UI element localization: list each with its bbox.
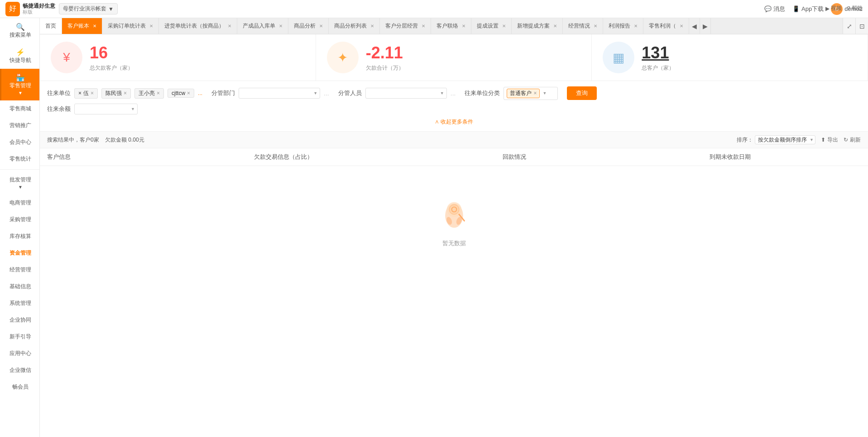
query-button[interactable]: 查询: [567, 86, 597, 100]
sidebar-item-marketing[interactable]: 营销推广: [0, 117, 39, 134]
tab-close-contact[interactable]: ✕: [462, 24, 465, 28]
balance-select[interactable]: [74, 104, 138, 114]
sort-select-wrap: 按欠款金额倒序排序: [755, 135, 815, 144]
tab-close-product[interactable]: ✕: [319, 24, 323, 28]
svg-point-2: [449, 204, 459, 214]
person-more-btn[interactable]: ...: [451, 90, 456, 97]
logo-area: 好 畅捷通好生意 标版: [5, 2, 55, 16]
sidebar-item-sys-mgmt[interactable]: 系统管理: [0, 295, 39, 312]
tab-prev-btn[interactable]: ◀: [689, 18, 700, 34]
tab-close-zero[interactable]: ✕: [680, 24, 683, 28]
filter-more-tags[interactable]: ...: [198, 90, 202, 96]
logo-icon: 好: [5, 2, 20, 16]
sidebar-item-wechat[interactable]: 企业微信: [0, 362, 39, 379]
top-bar: 好 畅捷通好生意 标版 母婴行业演示帐套 ▼ 💬 消息 📱 App下载 D de…: [0, 0, 868, 18]
tab-close-tier[interactable]: ✕: [422, 24, 425, 28]
messages-btn[interactable]: 💬 消息: [764, 5, 785, 13]
collapse-icon: ∧: [435, 119, 439, 125]
stat-label-1: 总欠款客户（家）: [90, 64, 133, 72]
export-btn[interactable]: ⬆ 导出: [821, 136, 838, 144]
col-debt-info: 欠款交易信息（占比）: [247, 148, 495, 166]
message-icon: 💬: [764, 5, 772, 12]
dept-more-btn[interactable]: ...: [324, 90, 329, 97]
sidebar-item-member2[interactable]: 畅会员: [0, 379, 39, 395]
tab-close-new-remind[interactable]: ✕: [553, 24, 557, 28]
tab-produce-in[interactable]: 产成品入库单 ✕: [237, 18, 288, 34]
sidebar-item-enterprise[interactable]: 企业协同: [0, 312, 39, 328]
sidebar-item-finance[interactable]: 资金管理: [0, 245, 39, 261]
tab-product-analysis-list[interactable]: 商品分析列表 ✕: [329, 18, 380, 34]
tab-import-stat[interactable]: 进货单统计表（按商品） ✕: [159, 18, 237, 34]
balance-label: 往来余额: [47, 105, 71, 113]
app-download-btn[interactable]: 📱 App下载: [792, 5, 824, 13]
tab-close-produce[interactable]: ✕: [279, 24, 283, 28]
stat-bg-icon-1: ¥: [51, 42, 82, 73]
sidebar-item-quick-nav[interactable]: ⚡ 快捷导航: [0, 43, 39, 69]
tab-account[interactable]: 客户账本 ✕: [62, 18, 102, 34]
stat-card-debt-total: ✦ -2.11 欠款合计（万）: [316, 34, 592, 81]
sidebar-item-search[interactable]: 🔍 搜索菜单: [0, 18, 39, 43]
sort-select[interactable]: 按欠款金额倒序排序: [755, 135, 815, 144]
filter-area: 往来单位 × 伍 × 陈民强 × 王小亮 × cjtt: [40, 81, 868, 132]
refresh-btn[interactable]: ↻ 刷新: [844, 136, 861, 144]
collapse-btn[interactable]: ∧ 收起更多条件: [435, 118, 473, 126]
sidebar-item-basic-info[interactable]: 基础信息: [0, 278, 39, 295]
unit-type-select[interactable]: 普通客户 × ▼: [504, 87, 558, 100]
empty-state: 暂无数据: [40, 166, 868, 275]
tab-new-remind[interactable]: 新增提成方案 ✕: [512, 18, 563, 34]
dept-select[interactable]: [239, 88, 320, 99]
stat-bg-icon-3: ▦: [603, 42, 634, 73]
unit-label: 往来单位: [47, 89, 71, 97]
tab-maximize-btn[interactable]: ⤢: [843, 18, 855, 34]
sidebar-item-retail-shop[interactable]: 零售商城: [0, 100, 39, 117]
tab-close-import[interactable]: ✕: [228, 24, 231, 28]
tab-operation[interactable]: 经营情况 ✕: [563, 18, 603, 34]
stat-value-1: 16: [90, 43, 133, 62]
tab-customer-tier[interactable]: 客户分层经营 ✕: [380, 18, 431, 34]
sidebar-item-purchase[interactable]: 采购管理: [0, 211, 39, 228]
tab-next-btn[interactable]: ▶: [700, 18, 711, 34]
stat-info-2: -2.11 欠款合计（万）: [366, 43, 404, 72]
content-area: ¥ 16 总欠款客户（家） ✦ -2.11 欠款合计（万） ▦: [40, 34, 868, 437]
tab-close-purchase[interactable]: ✕: [149, 24, 153, 28]
tab-close-profit[interactable]: ✕: [634, 24, 638, 28]
tab-close-account[interactable]: ✕: [93, 24, 96, 28]
balance-select-wrap: [74, 104, 138, 114]
sidebar-item-inventory[interactable]: 库存核算: [0, 228, 39, 245]
tab-home[interactable]: 首页: [40, 18, 62, 34]
empty-icon: [434, 193, 475, 234]
sidebar-item-app-center[interactable]: 应用中心: [0, 345, 39, 362]
tab-remind-settings[interactable]: 提成设置 ✕: [471, 18, 512, 34]
remove-tag-wu[interactable]: ×: [91, 90, 94, 96]
remove-tag-chen[interactable]: ×: [124, 90, 127, 96]
tab-profit-report[interactable]: 利润报告 ✕: [603, 18, 643, 34]
tab-close-remind[interactable]: ✕: [502, 24, 506, 28]
sidebar-item-ecommerce[interactable]: 电商管理: [0, 195, 39, 211]
tab-purchase-order[interactable]: 采购订单统计表 ✕: [102, 18, 159, 34]
remove-unit-type[interactable]: ×: [533, 90, 537, 96]
sidebar-item-retail-stats[interactable]: 零售统计: [0, 151, 39, 167]
refresh-icon: ↻: [844, 137, 848, 143]
col-repayment: 回款情况: [495, 148, 702, 166]
sidebar-item-batch-mgmt[interactable]: 批发管理 ▼: [0, 171, 39, 195]
sidebar-item-member[interactable]: 会员中心: [0, 134, 39, 151]
remove-tag-cjttcw[interactable]: ×: [187, 90, 190, 96]
stat-card-total-customers: ▦ 131 总客户（家）: [592, 34, 868, 81]
tab-close-product-list[interactable]: ✕: [370, 24, 374, 28]
workspace-selector[interactable]: 母婴行业演示帐套 ▼: [59, 3, 118, 14]
stat-value-2: -2.11: [366, 43, 404, 62]
tab-close-operation[interactable]: ✕: [594, 24, 597, 28]
tab-zero-profit[interactable]: 零售利润（ ✕: [643, 18, 689, 34]
header-row: 客户信息 欠款交易信息（占比） 回款情况 到期未收款日期: [40, 148, 868, 166]
sidebar-item-guide[interactable]: 新手引导: [0, 328, 39, 345]
sidebar-item-retail-mgmt[interactable]: 🏪 零售管理 ▼: [0, 69, 39, 100]
sidebar-divider-1: [0, 169, 39, 170]
person-select[interactable]: [365, 88, 447, 99]
tab-restore-btn[interactable]: ⊡: [855, 18, 868, 34]
filter-tag-chen: 陈民强 ×: [101, 88, 131, 99]
tab-product-analysis[interactable]: 商品分析 ✕: [288, 18, 329, 34]
remove-tag-wang[interactable]: ×: [157, 90, 160, 96]
sidebar-item-operation-mgmt[interactable]: 经营管理: [0, 261, 39, 278]
person-label: 分管人员: [338, 89, 362, 97]
tab-customer-contact[interactable]: 客户联络 ✕: [431, 18, 471, 34]
